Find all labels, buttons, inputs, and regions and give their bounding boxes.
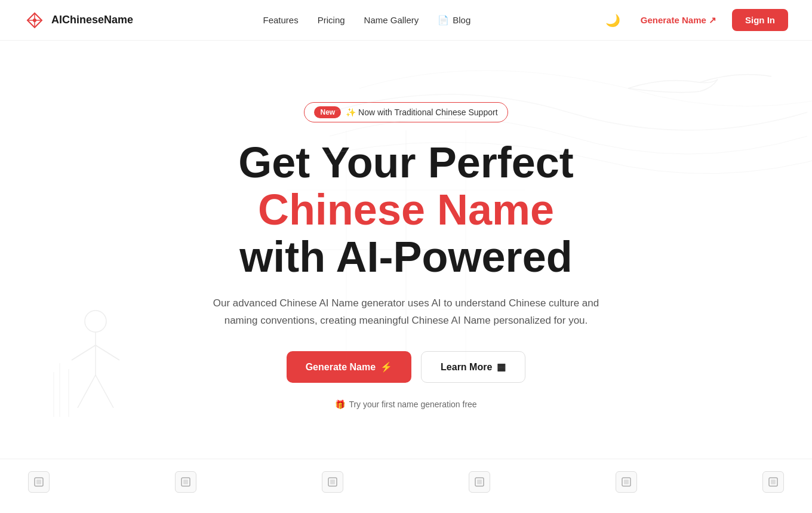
bg-figure-decoration: [48, 303, 143, 423]
announcement-badge: New ✨ Now with Traditional Chinese Suppo…: [304, 102, 508, 122]
signin-button[interactable]: Sign In: [732, 9, 788, 31]
svg-point-8: [85, 311, 106, 332]
svg-point-0: [33, 19, 36, 22]
icon-placeholder-4: [469, 471, 490, 493]
partner-icon-row: [0, 459, 812, 505]
hero-description: Our advanced Chinese AI Name generator u…: [203, 295, 609, 330]
svg-line-13: [96, 375, 113, 408]
nav-name-gallery[interactable]: Name Gallery: [364, 15, 419, 25]
logo-icon: [24, 10, 45, 31]
svg-line-10: [72, 345, 96, 360]
nav-blog[interactable]: 📄 Blog: [438, 15, 470, 26]
svg-line-12: [78, 375, 96, 408]
icon-placeholder-1: [28, 471, 50, 493]
nav-features[interactable]: Features: [263, 15, 299, 25]
blog-icon: 📄: [438, 15, 449, 26]
logo-text: AIChineseName: [51, 14, 133, 26]
nav-links: Features Pricing Name Gallery 📄 Blog: [263, 15, 471, 26]
navbar: AIChineseName Features Pricing Name Gall…: [0, 0, 812, 41]
svg-rect-26: [624, 480, 629, 484]
svg-rect-28: [771, 480, 776, 484]
badge-new-label: New: [314, 106, 341, 118]
generate-name-nav-button[interactable]: Generate Name ↗: [635, 11, 722, 29]
lightning-icon: ⚡: [380, 361, 392, 373]
nav-pricing[interactable]: Pricing: [318, 15, 345, 25]
icon-placeholder-2: [175, 471, 196, 493]
moon-icon: 🌙: [605, 14, 620, 27]
dark-mode-button[interactable]: 🌙: [601, 11, 625, 30]
svg-rect-22: [330, 480, 335, 484]
badge-text: ✨ Now with Traditional Chinese Support: [346, 107, 497, 117]
svg-rect-18: [36, 480, 41, 484]
free-trial-text: 🎁 Try your first name generation free: [335, 400, 476, 409]
layout-icon: ▦: [497, 361, 506, 373]
nav-right: 🌙 Generate Name ↗ Sign In: [601, 9, 788, 31]
hero-section: New ✨ Now with Traditional Chinese Suppo…: [0, 41, 812, 459]
why-section: Why Choose Our Chinese: [0, 505, 812, 513]
icon-placeholder-5: [616, 471, 637, 493]
generate-name-hero-button[interactable]: Generate Name ⚡: [287, 351, 411, 383]
svg-line-11: [96, 345, 119, 360]
icon-placeholder-6: [762, 471, 784, 493]
gift-emoji: 🎁: [335, 400, 345, 409]
svg-rect-24: [477, 480, 482, 484]
hero-buttons: Generate Name ⚡ Learn More ▦: [287, 351, 526, 383]
icon-placeholder-3: [322, 471, 343, 493]
logo-link[interactable]: AIChineseName: [24, 10, 133, 31]
hero-title-highlight: Chinese Name: [258, 186, 554, 234]
learn-more-button[interactable]: Learn More ▦: [421, 351, 525, 383]
svg-rect-20: [183, 480, 188, 484]
hero-title: Get Your Perfect Chinese Name with AI-Po…: [238, 139, 574, 281]
